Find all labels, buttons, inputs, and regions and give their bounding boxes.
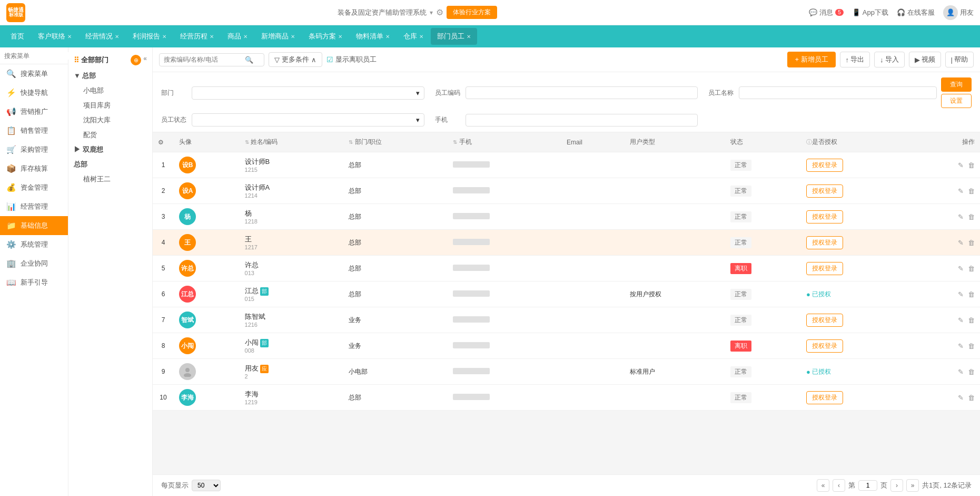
auth-login-btn[interactable]: 授权登录 [806,210,843,223]
sidebar-item-capital[interactable]: 💰资金管理 [0,178,68,197]
delete-icon[interactable]: 🗑 [968,213,975,221]
phone-filter-input[interactable] [466,114,698,127]
auth-login-btn[interactable]: 授权登录 [806,314,843,327]
close-icon[interactable]: ✕ [291,34,295,40]
delete-icon[interactable]: 🗑 [968,187,975,195]
edit-icon[interactable]: ✎ [958,290,964,298]
edit-icon[interactable]: ✎ [958,316,964,324]
auth-login-btn[interactable]: 授权登录 [806,391,843,404]
nav-tab-经营情况[interactable]: 经营情况✕ [79,28,125,45]
nav-tab-经营历程[interactable]: 经营历程✕ [174,28,220,45]
nav-tab-仓库[interactable]: 仓库✕ [397,28,430,45]
dept-collapse-btn[interactable]: « [143,55,147,65]
close-icon[interactable]: ✕ [467,34,471,40]
auth-login-btn[interactable]: 授权登录 [806,262,843,275]
edit-icon[interactable]: ✎ [958,187,964,195]
last-page-btn[interactable]: » [906,479,919,492]
empcode-filter-input[interactable] [466,86,698,99]
edit-icon[interactable]: ✎ [958,394,964,402]
sidebar-item-system[interactable]: ⚙️系统管理 [0,235,68,254]
auth-login-btn[interactable]: 授权登录 [806,339,843,353]
dept-tree-item[interactable]: ▶ 双鹿想 [68,142,152,157]
sidebar-item-quicknav[interactable]: ⚡快捷导航 [0,83,68,102]
sidebar-item-operations[interactable]: 📊经营管理 [0,197,68,216]
dept-tree-item[interactable]: 配货 [68,128,152,142]
dept-tree-item[interactable]: 小电部 [68,83,152,98]
query-btn[interactable]: 查询 [941,77,972,92]
edit-icon[interactable]: ✎ [958,368,964,376]
video-btn[interactable]: ▶ 视频 [909,52,941,67]
prev-page-btn[interactable]: ‹ [833,479,845,492]
edit-icon[interactable]: ✎ [958,239,964,247]
chevron-down-icon[interactable]: ▾ [430,9,433,16]
reset-btn[interactable]: 设置 [941,94,972,108]
close-icon[interactable]: ✕ [243,34,248,40]
edit-icon[interactable]: ✎ [958,213,964,221]
th-settings[interactable]: ⚙ [153,132,174,152]
dept-tree-item[interactable]: 植树王二 [68,172,152,187]
import-btn[interactable]: ↓ 导入 [874,52,905,67]
settings-icon[interactable]: ⚙ [436,7,443,17]
auth-login-btn[interactable]: 授权登录 [806,159,843,172]
next-page-btn[interactable]: › [890,479,903,492]
search-input[interactable] [164,56,243,63]
nav-tab-物料清单[interactable]: 物料清单✕ [350,28,396,45]
trial-button[interactable]: 体验行业方案 [447,6,497,19]
delete-icon[interactable]: 🗑 [968,161,975,169]
sidebar-item-purchase[interactable]: 🛒采购管理 [0,140,68,159]
close-icon[interactable]: ✕ [162,34,166,40]
more-filter-btn[interactable]: ▽ 更多条件 ∧ [269,52,322,67]
nav-tab-新增商品[interactable]: 新增商品✕ [255,28,301,45]
nav-tab-商品[interactable]: 商品✕ [221,28,254,45]
sidebar-item-guide[interactable]: 📖新手引导 [0,273,68,292]
close-icon[interactable]: ✕ [419,34,423,40]
dept-filter-select[interactable]: ▾ [192,86,424,100]
delete-icon[interactable]: 🗑 [968,368,975,376]
online-service-item[interactable]: 🎧 在线客服 [897,8,935,17]
page-size-select[interactable]: 50 100 200 [192,480,221,491]
close-icon[interactable]: ✕ [338,34,342,40]
app-download-item[interactable]: 📱 App下载 [852,8,888,17]
dept-tree-item[interactable]: 总部 [68,157,152,172]
delete-icon[interactable]: 🗑 [968,394,975,402]
edit-icon[interactable]: ✎ [958,265,964,273]
delete-icon[interactable]: 🗑 [968,290,975,298]
export-btn[interactable]: ↑ 导出 [840,52,870,67]
add-employee-btn[interactable]: + 新增员工 [787,52,835,67]
edit-icon[interactable]: ✎ [958,161,964,169]
delete-icon[interactable]: 🗑 [968,342,975,350]
page-input[interactable] [858,480,877,491]
message-item[interactable]: 💬 消息 5 [809,8,844,17]
close-icon[interactable]: ✕ [385,34,390,40]
nav-tab-首页[interactable]: 首页 [4,28,31,45]
show-resigned-checkbox[interactable]: ☑ [326,55,333,64]
th-dept[interactable]: ⇅ 部门/职位 [343,132,448,152]
dept-tree-item[interactable]: ▼ 总部 [68,69,152,83]
th-phone[interactable]: ⇅ 手机 [448,132,561,152]
nav-tab-客户联络[interactable]: 客户联络✕ [32,28,78,45]
sidebar-item-company[interactable]: 🏢企业协同 [0,254,68,273]
sidebar-item-search[interactable]: 🔍搜索菜单 [0,64,68,83]
help-btn[interactable]: | 帮助 [945,52,974,67]
user-item[interactable]: 👤 用友 [943,5,974,20]
delete-icon[interactable]: 🗑 [968,239,975,247]
nav-tab-部门员工[interactable]: 部门员工✕ [431,28,477,45]
sidebar-item-basic[interactable]: 📁基础信息 [0,216,68,235]
delete-icon[interactable]: 🗑 [968,265,975,273]
dept-tree-item[interactable]: 沈阳大库 [68,113,152,128]
auth-login-btn[interactable]: 授权登录 [806,236,843,249]
sidebar-item-inventory[interactable]: 📦库存核算 [0,159,68,178]
close-icon[interactable]: ✕ [210,34,214,40]
th-name[interactable]: ⇅ 姓名/编码 [240,132,344,152]
edit-icon[interactable]: ✎ [958,342,964,350]
close-icon[interactable]: ✕ [115,34,119,40]
nav-tab-利润报告[interactable]: 利润报告✕ [126,28,173,45]
status-filter-select[interactable]: ▾ [192,113,424,127]
first-page-btn[interactable]: « [817,479,829,492]
sidebar-item-sales[interactable]: 📋销售管理 [0,121,68,140]
delete-icon[interactable]: 🗑 [968,316,975,324]
auth-login-btn[interactable]: 授权登录 [806,184,843,198]
nav-tab-条码方案[interactable]: 条码方案✕ [302,28,349,45]
dept-add-btn[interactable]: ⊕ [131,55,141,65]
close-icon[interactable]: ✕ [67,34,72,40]
